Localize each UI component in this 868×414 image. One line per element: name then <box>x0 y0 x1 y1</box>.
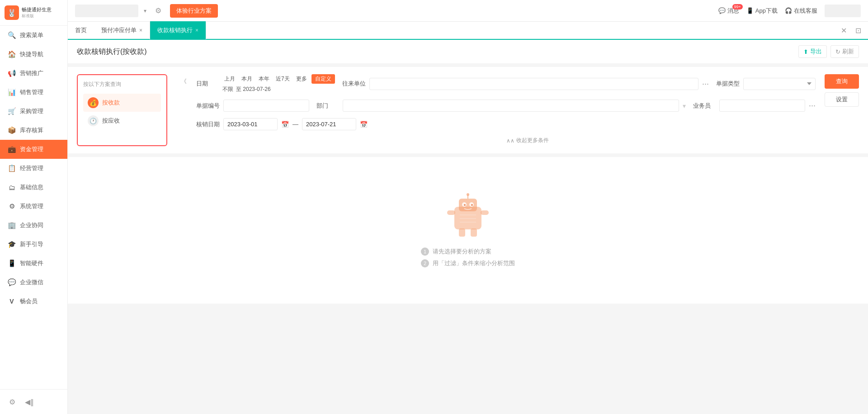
message-button[interactable]: 💬 消息 99+ <box>718 7 739 15</box>
tab-prepay[interactable]: 预付冲应付单 × <box>94 21 150 39</box>
this-month-shortcut[interactable]: 本月 <box>240 74 254 84</box>
sidebar-item-system[interactable]: ⚙ 系统管理 <box>0 197 67 216</box>
custom-shortcut[interactable]: 自定义 <box>311 74 335 84</box>
guide-nav-icon: 🎓 <box>7 240 16 248</box>
last-7days-shortcut[interactable]: 近7天 <box>274 74 292 84</box>
industry-solution-button[interactable]: 体验行业方案 <box>170 4 218 18</box>
app-name: 畅捷通好生意 <box>22 6 52 13</box>
sidebar-item-operation[interactable]: 📋 经营管理 <box>0 159 67 178</box>
service-label: 在线客服 <box>794 7 817 15</box>
svg-point-7 <box>467 193 469 196</box>
sidebar-item-guide[interactable]: 🎓 新手引导 <box>0 235 67 254</box>
date-to: 至 2023-07-26 <box>236 86 271 93</box>
staff-field: 业务员 ··· <box>693 100 816 112</box>
marketing-nav-icon: 📢 <box>7 69 16 77</box>
search-nav-icon: 🔍 <box>7 31 16 39</box>
maximize-icon[interactable]: ⊡ <box>852 24 864 37</box>
tab-prepay-close-icon[interactable]: × <box>139 27 142 33</box>
refresh-button[interactable]: ↻ 刷新 <box>830 45 859 58</box>
tab-receipt-label: 收款核销执行 <box>157 26 193 34</box>
last-month-shortcut[interactable]: 上月 <box>222 74 237 84</box>
page-header: 收款核销执行(按收款) ⬆ 导出 ↻ 刷新 <box>68 40 868 63</box>
filter-option-by-receivable[interactable]: 🕐 按应收 <box>83 112 161 130</box>
online-service-button[interactable]: 🎧 在线客服 <box>785 7 817 15</box>
tab-receipt[interactable]: 收款核销执行 × <box>150 21 206 39</box>
sidebar-item-search[interactable]: 🔍 搜索菜单 <box>0 26 67 45</box>
tab-receipt-close-icon[interactable]: × <box>195 27 198 33</box>
sidebar-item-label: 畅会员 <box>20 297 38 305</box>
counterpart-more[interactable]: ··· <box>702 79 709 89</box>
top-header: ▾ ⚙ 体验行业方案 💬 消息 99+ 📱 App下载 🎧 在线客服 <box>68 0 868 22</box>
wechat-nav-icon: 💬 <box>7 278 16 286</box>
sidebar-item-sales[interactable]: 📊 销售管理 <box>0 83 67 102</box>
staff-input[interactable] <box>719 100 805 112</box>
collapse-more-row: ∧∧ 收起更多条件 <box>196 135 859 146</box>
by-receipt-icon: 💰 <box>88 97 99 108</box>
dept-input[interactable] <box>343 100 679 112</box>
verify-date-start-calendar-icon[interactable]: 📅 <box>281 121 289 128</box>
this-year-shortcut[interactable]: 本年 <box>257 74 271 84</box>
filter-scheme-panel: 按以下方案查询 💰 按收款 🕐 按应收 <box>77 74 167 146</box>
page-title: 收款核销执行(按收款) <box>77 47 147 57</box>
filter-date-row: 日期 上月 本月 本年 近7天 更多 自定义 <box>196 74 816 93</box>
tab-home[interactable]: 首页 <box>68 21 94 39</box>
header-gear-icon[interactable]: ⚙ <box>152 5 165 17</box>
filter-panel-title: 按以下方案查询 <box>83 81 161 88</box>
main-area: ▾ ⚙ 体验行业方案 💬 消息 99+ 📱 App下载 🎧 在线客服 首页 <box>68 0 868 414</box>
sidebar-item-basic[interactable]: 🗂 基础信息 <box>0 178 67 197</box>
sidebar-item-purchase[interactable]: 🛒 采购管理 <box>0 102 67 121</box>
filter-option-by-receipt[interactable]: 💰 按收款 <box>83 94 161 112</box>
dept-label: 部门 <box>316 102 339 110</box>
brand-dropdown-icon[interactable]: ▾ <box>144 8 146 14</box>
bill-type-label: 单据类型 <box>716 80 740 88</box>
page-content: 收款核销执行(按收款) ⬆ 导出 ↻ 刷新 按以下方案查询 💰 按收款 <box>68 40 868 414</box>
inventory-nav-icon: 📦 <box>7 126 16 134</box>
sidebar-item-label: 系统管理 <box>20 202 43 210</box>
app-icon: 📱 <box>746 7 754 14</box>
query-button[interactable]: 查询 <box>825 74 859 89</box>
settings-bottom-btn[interactable]: ⚙ <box>5 395 19 409</box>
app-download-button[interactable]: 📱 App下载 <box>746 7 778 15</box>
bill-no-input[interactable] <box>223 100 309 112</box>
finance-nav-icon: 💼 <box>7 145 16 153</box>
verify-date-separator: — <box>292 121 298 128</box>
header-right-actions: 💬 消息 99+ 📱 App下载 🎧 在线客服 <box>718 5 861 17</box>
setting-button[interactable]: 设置 <box>825 92 859 107</box>
tip-text-2: 用「过滤」条件来缩小分析范围 <box>433 259 515 267</box>
sidebar-item-label: 销售管理 <box>20 88 43 96</box>
sidebar-item-enterprise[interactable]: 🏢 企业协同 <box>0 216 67 235</box>
verify-date-end-calendar-icon[interactable]: 📅 <box>360 121 368 128</box>
collapse-sidebar-btn[interactable]: ◀‖ <box>23 395 36 409</box>
bill-no-field: 单据编号 <box>196 100 309 112</box>
dept-dropdown-icon[interactable]: ▾ <box>683 102 686 109</box>
collapse-filter-btn[interactable]: 《 <box>178 76 189 87</box>
hardware-nav-icon: 📱 <box>7 259 16 267</box>
staff-more[interactable]: ··· <box>809 101 816 110</box>
close-tab-icon[interactable]: ✕ <box>837 24 850 37</box>
sidebar-item-marketing[interactable]: 📢 营销推广 <box>0 64 67 83</box>
verify-date-end-input[interactable] <box>302 118 356 130</box>
sales-nav-icon: 📊 <box>7 88 16 96</box>
sidebar-item-shortcut[interactable]: 🏠 快捷导航 <box>0 45 67 64</box>
by-receipt-label: 按收款 <box>102 99 120 107</box>
more-shortcut[interactable]: 更多 <box>294 74 309 84</box>
filter-form: 日期 上月 本月 本年 近7天 更多 自定义 <box>196 74 859 146</box>
counterpart-field: 往来单位 ··· <box>342 78 709 90</box>
empty-illustration <box>441 193 495 238</box>
verify-date-start-input[interactable] <box>223 118 278 130</box>
counterpart-input[interactable] <box>369 78 698 90</box>
sidebar-item-wechat[interactable]: 💬 企业微信 <box>0 273 67 292</box>
tab-home-label: 首页 <box>75 26 87 34</box>
sidebar-item-inventory[interactable]: 📦 库存核算 <box>0 121 67 140</box>
sidebar-item-vip[interactable]: V 畅会员 <box>0 292 67 311</box>
sidebar-item-finance[interactable]: 💼 资金管理 <box>0 140 67 159</box>
sidebar-item-hardware[interactable]: 📱 智能硬件 <box>0 254 67 273</box>
date-shortcuts-group: 上月 本月 本年 近7天 更多 自定义 不限 <box>222 74 335 93</box>
brand-selector[interactable] <box>75 5 138 17</box>
bill-type-select[interactable] <box>743 78 816 90</box>
user-menu[interactable] <box>825 5 861 17</box>
export-button[interactable]: ⬆ 导出 <box>798 45 827 58</box>
basic-nav-icon: 🗂 <box>7 184 16 191</box>
tip-text-1: 请先选择要分析的方案 <box>433 247 491 256</box>
collapse-more-button[interactable]: ∧∧ 收起更多条件 <box>506 135 549 146</box>
